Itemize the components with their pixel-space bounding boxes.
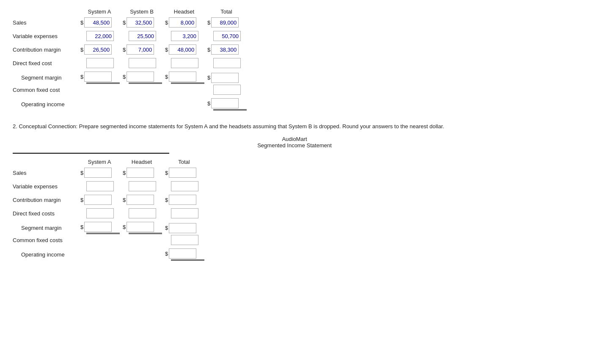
s2-oi-total-input[interactable] xyxy=(169,248,196,259)
s2-dfc-sys-a-input[interactable] xyxy=(86,208,114,218)
sales-system-b-input[interactable] xyxy=(127,17,154,28)
double-underline-sm-b xyxy=(129,83,162,84)
variable-expenses-label: Variable expenses xyxy=(13,33,80,39)
cfc-total-input[interactable] xyxy=(213,85,241,95)
s2-cfc-label: Common fixed costs xyxy=(13,237,80,243)
common-fixed-cost-row: Common fixed cost xyxy=(13,85,576,95)
sm-headset-input[interactable] xyxy=(169,72,196,82)
s2-oi-row: Operating income $ xyxy=(13,248,576,261)
sm-total-input[interactable] xyxy=(211,73,239,83)
s2-cfc-total-input[interactable] xyxy=(171,235,198,245)
audiomart-title: AudioMart xyxy=(13,136,576,142)
s2-dfc-total-cell xyxy=(165,208,203,218)
s2-var-exp-label: Variable expenses xyxy=(13,183,80,190)
dollar-sign: $ xyxy=(123,19,126,26)
dollar-sign: $ xyxy=(165,225,168,231)
s2-sales-headset-cell: $ xyxy=(123,168,161,178)
col-header-system-a: System A xyxy=(80,8,118,15)
sales-label: Sales xyxy=(13,19,80,26)
sales-system-a-input[interactable] xyxy=(84,17,112,28)
dfc-system-a-cell xyxy=(80,58,118,68)
s2-dfc-total-input[interactable] xyxy=(171,208,198,218)
dollar-sign: $ xyxy=(207,100,210,107)
dollar-sign: $ xyxy=(123,170,126,176)
s2-sales-sys-a-input[interactable] xyxy=(84,168,112,178)
dollar-sign: $ xyxy=(207,19,210,26)
sm-system-a-input[interactable] xyxy=(84,72,112,82)
cm-system-a-cell: $ xyxy=(80,44,118,55)
sales-headset-cell: $ xyxy=(165,17,203,28)
sm-system-b-input[interactable] xyxy=(127,72,154,82)
s2-sm-total-input[interactable] xyxy=(169,223,196,233)
double-underline-s2-oi xyxy=(171,259,204,261)
s2-dfc-row: Direct fixed costs xyxy=(13,208,576,218)
s2-sm-headset-input[interactable] xyxy=(127,222,154,232)
s2-sales-headset-input[interactable] xyxy=(127,168,154,178)
col-header-total: Total xyxy=(207,8,245,15)
double-underline-sm-a xyxy=(86,83,120,84)
problem2-section: 2. Conceptual Connection: Prepare segmen… xyxy=(13,123,576,261)
s2-cm-total-input[interactable] xyxy=(169,195,196,205)
s2-sm-headset-cell: $ xyxy=(123,222,161,234)
dollar-sign: $ xyxy=(123,197,126,203)
double-underline-oi xyxy=(213,109,247,110)
s2-sales-total-input[interactable] xyxy=(169,168,196,178)
s2-var-total-input[interactable] xyxy=(171,181,198,191)
var-exp-system-b-input[interactable] xyxy=(129,31,156,41)
var-exp-system-a-input[interactable] xyxy=(86,31,114,41)
s2-sm-sys-a-input[interactable] xyxy=(84,222,112,232)
direct-fixed-cost-row: Direct fixed cost xyxy=(13,58,576,68)
col-header-headset-s2: Headset xyxy=(123,159,161,165)
sales-total-cell: $ xyxy=(207,17,245,28)
cm-system-a-input[interactable] xyxy=(84,44,112,55)
problem2-instruction: 2. Conceptual Connection: Prepare segmen… xyxy=(13,123,576,130)
sm-total-cell: $ xyxy=(207,73,245,83)
sales-headset-input[interactable] xyxy=(169,17,196,28)
dfc-system-b-input[interactable] xyxy=(129,58,156,68)
s2-var-sys-a-input[interactable] xyxy=(86,181,114,191)
s2-dfc-label: Direct fixed costs xyxy=(13,210,80,217)
s2-var-headset-input[interactable] xyxy=(129,181,156,191)
var-exp-headset-input[interactable] xyxy=(171,31,198,41)
section1-header-row: System A System B Headset Total xyxy=(13,8,576,15)
cm-total-input[interactable] xyxy=(211,44,239,55)
contribution-margin-label: Contribution margin xyxy=(13,47,80,53)
var-exp-total-input[interactable] xyxy=(213,31,241,41)
dollar-sign: $ xyxy=(80,19,83,26)
s2-cm-sys-a-input[interactable] xyxy=(84,195,112,205)
col-header-headset: Headset xyxy=(165,8,203,15)
section2-header-row: System A Headset Total xyxy=(13,159,576,165)
double-underline-s2-sm-a xyxy=(86,233,120,234)
dollar-sign: $ xyxy=(80,170,83,176)
s2-sales-total-cell: $ xyxy=(165,168,203,178)
var-exp-system-b-cell xyxy=(123,31,161,41)
double-underline-sm-headset xyxy=(171,83,204,84)
cm-system-b-cell: $ xyxy=(123,44,161,55)
dfc-total-input[interactable] xyxy=(213,58,241,68)
segment-margin-row: Segment margin $ $ $ $ xyxy=(13,72,576,84)
dollar-sign: $ xyxy=(165,170,168,176)
segment-margin-label: Segment margin xyxy=(13,74,80,81)
s2-sales-sys-a-cell: $ xyxy=(80,168,118,178)
sm-headset-cell: $ xyxy=(165,72,203,84)
oi-total-input[interactable] xyxy=(211,98,239,108)
cm-system-b-input[interactable] xyxy=(127,44,154,55)
dfc-system-a-input[interactable] xyxy=(86,58,114,68)
double-underline-s2-sm-headset xyxy=(129,233,162,234)
s2-dfc-headset-input[interactable] xyxy=(129,208,156,218)
common-fixed-cost-label: Common fixed cost xyxy=(13,87,80,93)
segmented-income-statement-title: Segmented Income Statement xyxy=(13,142,576,149)
sales-total-input[interactable] xyxy=(211,17,239,28)
cm-headset-cell: $ xyxy=(165,44,203,55)
var-exp-total-cell xyxy=(207,31,245,41)
s2-cm-headset-input[interactable] xyxy=(127,195,154,205)
dfc-headset-input[interactable] xyxy=(171,58,198,68)
dollar-sign: $ xyxy=(165,251,168,257)
operating-income-label: Operating income xyxy=(13,101,80,108)
dollar-sign: $ xyxy=(80,224,83,230)
direct-fixed-cost-label: Direct fixed cost xyxy=(13,60,80,66)
s2-dfc-headset-cell xyxy=(123,208,161,218)
s2-cm-row: Contribution margin $ $ $ xyxy=(13,195,576,205)
cm-headset-input[interactable] xyxy=(169,44,196,55)
cfc-total-cell xyxy=(207,85,245,95)
